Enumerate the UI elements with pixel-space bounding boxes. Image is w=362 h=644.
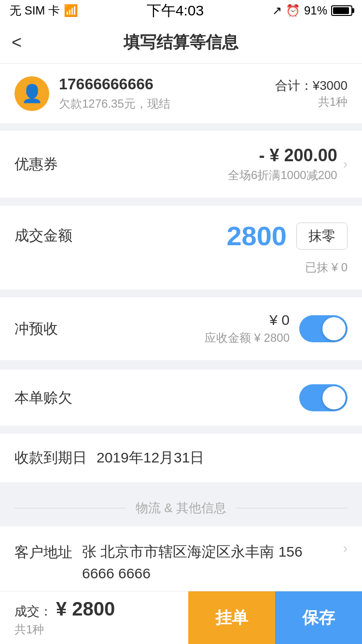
section-divider-2 <box>0 362 362 370</box>
transaction-row: 成交金额 2800 抹零 <box>14 220 348 252</box>
toggle-thumb <box>322 317 346 340</box>
precollect-right: ¥ 0 应收金额 ¥ 2800 <box>205 312 348 346</box>
status-right: ↗ ⏰ 91% <box>272 4 352 17</box>
divider-line-left <box>14 508 126 508</box>
battery-fill <box>333 7 349 14</box>
debt-label: 本单赊欠 <box>14 388 72 408</box>
carrier-text: 无 SIM 卡 <box>10 3 60 18</box>
summary-label: 成交： <box>14 603 52 620</box>
customer-right: 合计：¥3000 共1种 <box>275 77 348 110</box>
divider-line-right <box>236 508 348 508</box>
customer-left: 👤 17666666666 欠款1276.35元，现结 <box>14 75 170 112</box>
summary-info: 成交： ¥ 2800 共1种 <box>0 598 188 637</box>
content-scroll: 👤 17666666666 欠款1276.35元，现结 合计：¥3000 共1种… <box>0 64 362 644</box>
address-label: 客户地址 <box>14 541 72 562</box>
transaction-value-group: 2800 抹零 <box>226 220 348 252</box>
logistics-label: 物流 & 其他信息 <box>136 500 226 517</box>
coupon-right: - ¥ 200.00 全场6折满1000减200 <box>228 145 337 183</box>
bottom-bar: 成交： ¥ 2800 共1种 挂单 保存 <box>0 591 362 644</box>
precollect-row: 冲预收 ¥ 0 应收金额 ¥ 2800 <box>0 297 362 360</box>
hold-button[interactable]: 挂单 <box>188 591 275 644</box>
address-row[interactable]: 客户地址 张 北京市市辖区海淀区永丰南 156 6666 6666 › <box>0 526 362 599</box>
transaction-amount: 2800 <box>226 220 287 252</box>
wifi-icon: 📶 <box>64 4 78 17</box>
status-bar: 无 SIM 卡 📶 下午4:03 ↗ ⏰ 91% <box>0 0 362 21</box>
avatar: 👤 <box>14 76 49 111</box>
coupon-amount: - ¥ 200.00 <box>259 145 337 166</box>
round-button[interactable]: 抹零 <box>296 223 348 250</box>
coupon-row[interactable]: 优惠券 - ¥ 200.00 全场6折满1000减200 › <box>0 131 362 198</box>
transaction-sub: 已抹 ¥ 0 <box>305 261 348 274</box>
alarm-icon: ⏰ <box>286 4 300 17</box>
duedate-label: 收款到期日 <box>14 448 87 468</box>
precollect-toggle[interactable] <box>299 315 348 342</box>
summary-count: 共1种 <box>14 622 174 637</box>
customer-debt: 欠款1276.35元，现结 <box>59 96 170 112</box>
coupon-desc: 全场6折满1000减200 <box>228 168 337 183</box>
battery-percent: 91% <box>304 4 327 17</box>
page-title: 填写结算等信息 <box>124 31 238 54</box>
customer-row: 👤 17666666666 欠款1276.35元，现结 合计：¥3000 共1种 <box>0 64 362 123</box>
nav-bar: < 填写结算等信息 <box>0 21 362 64</box>
status-time: 下午4:03 <box>147 1 204 21</box>
address-chevron-icon: › <box>343 541 348 556</box>
back-button[interactable]: < <box>12 32 22 53</box>
duedate-row: 收款到期日 2019年12月31日 <box>0 434 362 482</box>
duedate-value: 2019年12月31日 <box>97 448 204 468</box>
logistics-divider: 物流 & 其他信息 <box>0 490 362 526</box>
section-divider-1 <box>0 198 362 206</box>
total-count: 共1种 <box>275 94 348 110</box>
status-left: 无 SIM 卡 📶 <box>10 3 78 18</box>
location-icon: ↗ <box>272 4 282 17</box>
customer-phone: 17666666666 <box>59 75 170 93</box>
save-button[interactable]: 保存 <box>275 591 362 644</box>
debt-toggle[interactable] <box>299 384 348 411</box>
summary-amount: ¥ 2800 <box>56 598 115 620</box>
transaction-section: 成交金额 2800 抹零 已抹 ¥ 0 <box>0 206 362 290</box>
avatar-icon: 👤 <box>21 84 43 104</box>
chevron-right-icon: › <box>343 156 348 172</box>
debt-toggle-thumb <box>322 386 346 409</box>
address-value: 张 北京市市辖区海淀区永丰南 156 6666 6666 <box>82 541 337 584</box>
transaction-label: 成交金额 <box>14 226 72 246</box>
coupon-label: 优惠券 <box>14 154 58 174</box>
battery-icon <box>331 5 352 16</box>
debt-row: 本单赊欠 <box>0 370 362 426</box>
customer-info: 17666666666 欠款1276.35元，现结 <box>59 75 170 112</box>
precollect-label: 冲预收 <box>14 319 58 339</box>
precollect-values: ¥ 0 应收金额 ¥ 2800 <box>205 312 290 346</box>
precollect-amount: ¥ 0 <box>269 312 290 328</box>
precollect-total: 应收金额 ¥ 2800 <box>205 330 290 346</box>
total-label: 合计：¥3000 <box>275 77 348 94</box>
